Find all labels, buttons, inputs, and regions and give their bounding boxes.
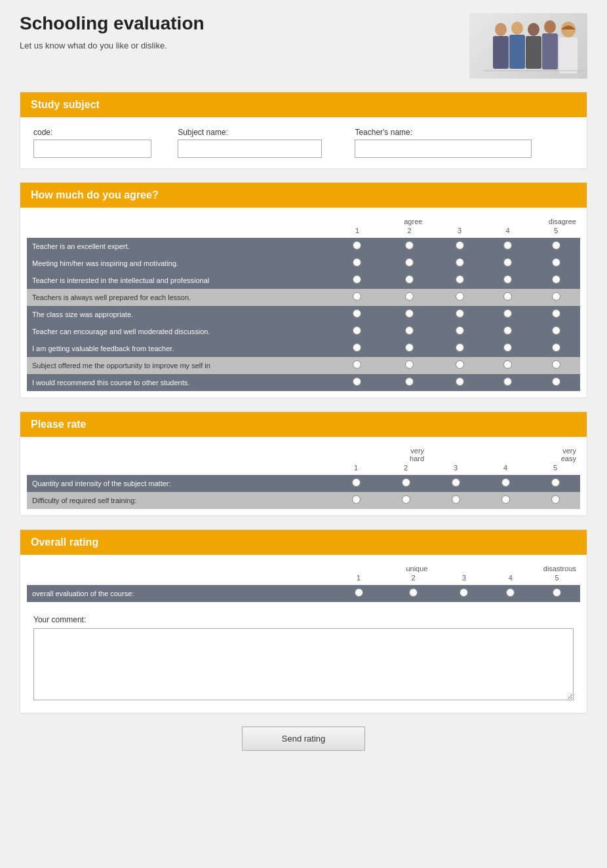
radio-option-2[interactable] (405, 360, 414, 369)
radio-option-4[interactable] (503, 258, 512, 267)
agree-col-label: agree (331, 214, 435, 227)
radio-option-5[interactable] (551, 495, 560, 504)
row-label: Teacher is interested in the intellectua… (27, 272, 331, 289)
overall-table: unique disastrous 1 2 3 4 5 overall eval… (27, 561, 580, 602)
radio-option-1[interactable] (353, 258, 361, 267)
radio-option-3[interactable] (456, 360, 464, 369)
radio-option-1[interactable] (353, 292, 361, 301)
rate-tbody: Quantity and intensity of the subject ma… (27, 475, 580, 509)
send-rating-button[interactable]: Send rating (242, 726, 366, 751)
page-title: Schooling evaluation (20, 13, 205, 34)
comment-label: Your comment: (33, 615, 574, 624)
submit-row: Send rating (20, 726, 587, 751)
radio-option-2[interactable] (402, 478, 410, 487)
radio-option-4[interactable] (503, 360, 512, 369)
radio-option-3[interactable] (460, 588, 468, 597)
radio-option-5[interactable] (552, 275, 560, 284)
radio-option-4[interactable] (503, 377, 512, 386)
table-row: I would recommend this course to other s… (27, 374, 580, 391)
radio-option-4[interactable] (503, 326, 512, 335)
radio-option-1[interactable] (353, 275, 361, 284)
agree-section: How much do you agree? agree disagree 1 … (20, 182, 587, 398)
row-label: Teacher can encourage and well moderated… (27, 323, 331, 340)
radio-option-5[interactable] (552, 360, 560, 369)
code-input[interactable] (33, 140, 151, 158)
svg-rect-3 (509, 35, 525, 69)
radio-option-3[interactable] (456, 241, 464, 250)
svg-point-2 (511, 22, 523, 35)
radio-option-5[interactable] (553, 588, 561, 597)
rate-section: Please rate very hard very easy (20, 411, 587, 516)
radio-option-1[interactable] (353, 343, 361, 352)
radio-option-1[interactable] (353, 309, 361, 318)
radio-option-3[interactable] (456, 326, 464, 335)
radio-option-3[interactable] (456, 258, 464, 267)
radio-option-1[interactable] (353, 377, 361, 386)
radio-option-4[interactable] (501, 495, 510, 504)
subject-input[interactable] (178, 140, 322, 158)
radio-option-5[interactable] (552, 343, 560, 352)
radio-option-3[interactable] (456, 377, 464, 386)
row-label: Quantity and intensity of the subject ma… (27, 475, 331, 492)
radio-option-3[interactable] (452, 478, 460, 487)
table-row: Teachers is always well prepared for eac… (27, 289, 580, 306)
radio-option-2[interactable] (405, 309, 414, 318)
radio-option-1[interactable] (355, 588, 363, 597)
comment-textarea[interactable] (33, 628, 574, 700)
code-label: code: (33, 128, 165, 137)
radio-option-5[interactable] (552, 258, 560, 267)
radio-option-2[interactable] (405, 241, 414, 250)
radio-option-2[interactable] (405, 343, 414, 352)
radio-option-1[interactable] (352, 495, 361, 504)
page-header: Schooling evaluation Let us know what do… (20, 13, 587, 79)
radio-option-1[interactable] (353, 360, 361, 369)
radio-option-5[interactable] (552, 377, 560, 386)
comment-section: Your comment: (20, 609, 587, 713)
radio-option-5[interactable] (552, 292, 560, 301)
teacher-input[interactable] (355, 140, 532, 158)
radio-option-4[interactable] (503, 241, 512, 250)
rate-section-header: Please rate (20, 412, 587, 437)
disagree-col-label: disagree (435, 214, 580, 227)
study-subject-header: Study subject (20, 92, 587, 117)
row-label: Teachers is always well prepared for eac… (27, 289, 331, 306)
agree-section-body: agree disagree 1 2 3 4 5 Teacher is an e… (20, 208, 587, 398)
radio-option-3[interactable] (456, 275, 464, 284)
radio-option-2[interactable] (405, 292, 414, 301)
radio-option-1[interactable] (353, 326, 361, 335)
radio-option-4[interactable] (501, 478, 510, 487)
radio-option-5[interactable] (552, 309, 560, 318)
radio-option-3[interactable] (456, 292, 464, 301)
teacher-field-group: Teacher's name: (355, 128, 574, 158)
radio-option-2[interactable] (405, 275, 414, 284)
radio-option-4[interactable] (503, 275, 512, 284)
code-field-group: code: (33, 128, 165, 158)
agree-section-header: How much do you agree? (20, 183, 587, 208)
page-subtitle: Let us know what do you like or dislike. (20, 41, 205, 50)
agree-number-row: 1 2 3 4 5 (27, 227, 580, 238)
row-label: I would recommend this course to other s… (27, 374, 331, 391)
radio-option-5[interactable] (552, 326, 560, 335)
radio-option-3[interactable] (452, 495, 460, 504)
radio-option-2[interactable] (405, 377, 414, 386)
rate-section-body: very hard very easy 1 2 3 4 5 (20, 437, 587, 516)
radio-option-2[interactable] (405, 326, 414, 335)
radio-option-2[interactable] (405, 258, 414, 267)
radio-option-5[interactable] (551, 478, 560, 487)
very-hard-label: very hard (410, 447, 424, 462)
radio-option-4[interactable] (503, 309, 512, 318)
radio-option-3[interactable] (456, 343, 464, 352)
radio-option-1[interactable] (353, 241, 361, 250)
svg-rect-5 (526, 36, 541, 69)
radio-option-2[interactable] (402, 495, 410, 504)
radio-option-3[interactable] (456, 309, 464, 318)
radio-option-1[interactable] (352, 478, 361, 487)
svg-rect-7 (542, 33, 558, 69)
radio-option-2[interactable] (409, 588, 418, 597)
very-easy-label: very easy (561, 447, 576, 462)
radio-option-4[interactable] (503, 343, 512, 352)
radio-option-5[interactable] (552, 241, 560, 250)
row-label: Subject offered me the opportunity to im… (27, 357, 331, 374)
radio-option-4[interactable] (506, 588, 515, 597)
radio-option-4[interactable] (503, 292, 512, 301)
